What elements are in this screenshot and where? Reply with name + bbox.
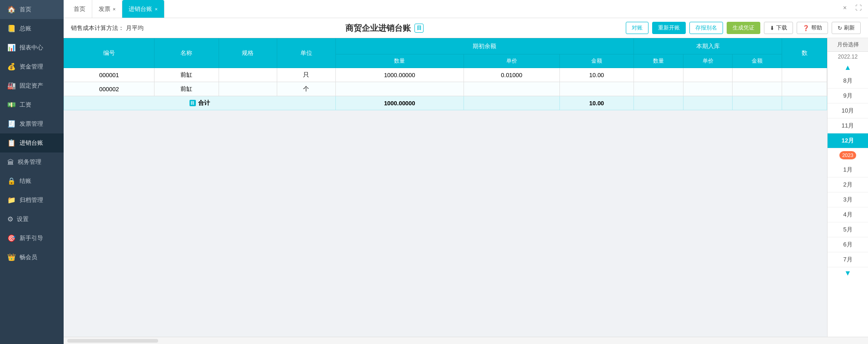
total-more bbox=[782, 96, 827, 110]
sidebar-icon-funds: 💰 bbox=[7, 63, 16, 71]
month-item-2022-11月[interactable]: 11月 bbox=[828, 118, 868, 133]
sidebar-item-home[interactable]: 🏠首页 bbox=[0, 0, 64, 19]
cell-spec bbox=[219, 82, 277, 96]
sidebar-item-ledger[interactable]: 📒总账 bbox=[0, 19, 64, 38]
total-row: 目 合计 1000.00000 10.00 bbox=[64, 96, 827, 110]
cell-in-price bbox=[683, 82, 733, 96]
window-controls: × ⛶ bbox=[835, 0, 868, 15]
month-item-2023-2月[interactable]: 2月 bbox=[828, 177, 868, 192]
download-button[interactable]: ⬇ 下载 bbox=[764, 22, 793, 34]
sidebar-label-ledger: 总账 bbox=[20, 25, 31, 33]
sidebar-item-tax[interactable]: 🏛税务管理 bbox=[0, 152, 64, 172]
cell-in-amount bbox=[733, 68, 782, 82]
sidebar-item-reports[interactable]: 📊报表中心 bbox=[0, 38, 64, 57]
content-area: 编号 名称 规格 单位 期初余额 本期入库 数 数量 单价 金额 数量 单价 bbox=[64, 38, 868, 337]
sidebar-item-member[interactable]: 👑畅会员 bbox=[0, 248, 64, 267]
cell-name: 前缸 bbox=[154, 82, 219, 96]
sidebar-label-tax: 税务管理 bbox=[18, 158, 41, 166]
cell-spec bbox=[219, 68, 277, 82]
month-item-2022-10月[interactable]: 10月 bbox=[828, 103, 868, 118]
horizontal-scrollbar[interactable] bbox=[67, 339, 158, 343]
maximize-button[interactable]: ⛶ bbox=[853, 3, 863, 13]
cell-code: 000002 bbox=[64, 82, 155, 96]
refresh-button[interactable]: ↻ 刷新 bbox=[832, 22, 861, 34]
month-nav-down[interactable]: ▼ bbox=[828, 267, 868, 279]
cell-name: 前缸 bbox=[154, 68, 219, 82]
month-item-2023-5月[interactable]: 5月 bbox=[828, 222, 868, 237]
sidebar-label-archive: 归档管理 bbox=[20, 196, 43, 204]
main-table: 编号 名称 规格 单位 期初余额 本期入库 数 数量 单价 金额 数量 单价 bbox=[64, 38, 827, 110]
refresh-icon: ↻ bbox=[838, 25, 842, 31]
sidebar-label-member: 畅会员 bbox=[20, 253, 37, 261]
sidebar-item-fixed-assets[interactable]: 🏭固定资产 bbox=[0, 76, 64, 95]
sidebar-item-purchase-sales[interactable]: 📋进销台账 bbox=[0, 133, 64, 152]
month-item-2022-9月[interactable]: 9月 bbox=[828, 88, 868, 103]
total-opening-amount: 10.00 bbox=[559, 96, 634, 110]
cell-unit: 个 bbox=[277, 82, 335, 96]
top-controls: 销售成本计算方法： 月平均 商贸企业进销台账 目 对账 重新开账 存报别名 生成… bbox=[64, 18, 868, 38]
month-item-2023-3月[interactable]: 3月 bbox=[828, 192, 868, 207]
table-row: 000001 前缸 只 1000.00000 0.01000 10.00 bbox=[64, 68, 827, 82]
month-item-2023-1月[interactable]: 1月 bbox=[828, 162, 868, 177]
sidebar-item-guide[interactable]: 🎯新手引导 bbox=[0, 229, 64, 248]
cost-method-value: 月平均 bbox=[126, 25, 144, 31]
cell-in-amount bbox=[733, 82, 782, 96]
cell-in-price bbox=[683, 68, 733, 82]
cell-unit: 只 bbox=[277, 68, 335, 82]
sidebar-item-close[interactable]: 🔒结账 bbox=[0, 172, 64, 191]
reopen-button[interactable]: 重新开账 bbox=[652, 22, 686, 34]
cell-opening-qty bbox=[335, 82, 464, 96]
sidebar-label-purchase-sales: 进销台账 bbox=[20, 139, 43, 147]
sidebar-icon-member: 👑 bbox=[7, 253, 16, 261]
cell-opening-price: 0.01000 bbox=[464, 68, 559, 82]
month-panel-header: 月份选择 bbox=[828, 38, 868, 52]
tab-home-tab[interactable]: 首页 bbox=[67, 0, 92, 18]
sidebar-icon-archive: 📁 bbox=[7, 196, 16, 204]
month-panel: 月份选择 2022.12 ▲ 8月9月10月11月12月 2023 1月2月3月… bbox=[827, 38, 868, 337]
sidebar-item-salary[interactable]: 💵工资 bbox=[0, 95, 64, 114]
sidebar-item-settings[interactable]: ⚙设置 bbox=[0, 210, 64, 229]
sidebar-label-salary: 工资 bbox=[20, 101, 31, 109]
sidebar-item-archive[interactable]: 📁归档管理 bbox=[0, 191, 64, 210]
page-title: 商贸企业进销台账 bbox=[345, 23, 411, 34]
sidebar-item-funds[interactable]: 💰资金管理 bbox=[0, 57, 64, 76]
month-item-2023-7月[interactable]: 7月 bbox=[828, 252, 868, 267]
sidebar: 🏠首页📒总账📊报表中心💰资金管理🏭固定资产💵工资🧾发票管理📋进销台账🏛税务管理🔒… bbox=[0, 0, 64, 344]
help-icon: ❓ bbox=[803, 25, 809, 31]
month-item-2022-12月[interactable]: 12月 bbox=[828, 133, 868, 148]
tab-close-invoice-tab[interactable]: × bbox=[113, 6, 115, 12]
sidebar-label-guide: 新手引导 bbox=[20, 234, 43, 242]
tab-label-purchase-sales-tab: 进销台账 bbox=[129, 5, 152, 13]
sidebar-label-funds: 资金管理 bbox=[20, 63, 43, 71]
month-item-2022-8月[interactable]: 8月 bbox=[828, 74, 868, 88]
sidebar-icon-close: 🔒 bbox=[7, 177, 16, 185]
cell-more bbox=[782, 68, 827, 82]
sidebar-icon-ledger: 📒 bbox=[7, 25, 16, 33]
toolbar-right: 对账 重新开账 存报别名 生成凭证 ⬇ 下载 ❓ 帮助 ↻ 刷新 bbox=[626, 22, 861, 34]
tab-label-home-tab: 首页 bbox=[74, 5, 85, 13]
tab-purchase-sales-tab[interactable]: 进销台账× bbox=[122, 0, 164, 18]
sidebar-label-home: 首页 bbox=[20, 5, 31, 14]
close-button[interactable]: × bbox=[840, 3, 850, 13]
save-alias-button[interactable]: 存报别名 bbox=[689, 22, 723, 34]
month-item-2023-6月[interactable]: 6月 bbox=[828, 237, 868, 252]
month-item-2023-4月[interactable]: 4月 bbox=[828, 207, 868, 222]
help-button[interactable]: ❓ 帮助 bbox=[797, 22, 828, 34]
year-2023-badge: 2023 bbox=[839, 151, 856, 160]
cell-code: 000001 bbox=[64, 68, 155, 82]
cell-in-qty bbox=[634, 82, 683, 96]
generate-voucher-button[interactable]: 生成凭证 bbox=[727, 22, 760, 34]
col-header-unit: 单位 bbox=[277, 39, 335, 68]
total-in-qty bbox=[634, 96, 683, 110]
tab-close-purchase-sales-tab[interactable]: × bbox=[155, 6, 157, 12]
month-nav-up[interactable]: ▲ bbox=[828, 62, 868, 74]
sidebar-item-invoice-mgmt[interactable]: 🧾发票管理 bbox=[0, 114, 64, 133]
sidebar-icon-guide: 🎯 bbox=[7, 234, 16, 242]
sidebar-icon-reports: 📊 bbox=[7, 44, 16, 52]
page-title-edit-icon[interactable]: 目 bbox=[414, 24, 424, 33]
col-sub-in-qty: 数量 bbox=[634, 54, 683, 68]
total-in-amount bbox=[733, 96, 782, 110]
tab-invoice-tab[interactable]: 发票× bbox=[92, 0, 122, 18]
cell-more bbox=[782, 82, 827, 96]
reconcile-button[interactable]: 对账 bbox=[626, 22, 649, 34]
